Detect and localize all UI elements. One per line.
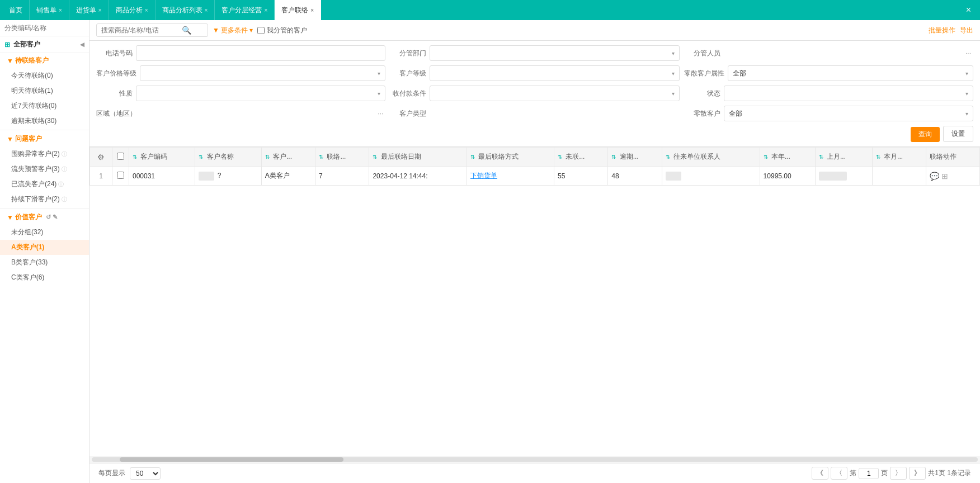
next-page-button[interactable]: 〉: [890, 467, 907, 480]
sidebar-item-churned[interactable]: 已流失客户(24) ⓘ: [0, 177, 89, 192]
scroll-track: [92, 457, 978, 462]
filter-more-button[interactable]: ▼ 更多条件 ▾: [213, 26, 253, 35]
total-info: 共1页 1条记录: [928, 468, 971, 478]
page-input[interactable]: [859, 468, 879, 479]
nav-home[interactable]: 首页: [4, 0, 30, 20]
sort-icon-unlink[interactable]: ⇅: [558, 154, 562, 160]
query-button[interactable]: 查询: [911, 127, 940, 142]
sidebar-search-input[interactable]: [4, 24, 88, 32]
customertype-select[interactable]: [430, 106, 679, 121]
row-checkbox[interactable]: [117, 172, 124, 179]
table-settings-icon[interactable]: ⚙: [97, 153, 105, 162]
scroll-thumb[interactable]: [120, 457, 343, 462]
sort-icon-year[interactable]: ⇅: [764, 154, 768, 160]
refresh-icon[interactable]: ↺: [46, 214, 51, 221]
manager-dots[interactable]: ···: [963, 49, 973, 57]
nav-sales-close[interactable]: ×: [59, 7, 62, 13]
all-customers-header[interactable]: ⊞ 全部客户 ◀: [0, 36, 89, 53]
manager-select[interactable]: [724, 45, 960, 61]
last-page-button[interactable]: 》: [909, 467, 926, 480]
sidebar-item-tomorrow-contact[interactable]: 明天待联络(1): [0, 83, 89, 98]
settings-button[interactable]: 设置: [943, 126, 973, 142]
retail-attr-select[interactable]: 全部 ▾: [728, 65, 973, 81]
sidebar-item-a-class[interactable]: A类客户(1): [0, 240, 89, 255]
customerlevel-select[interactable]: ▾: [430, 65, 679, 81]
dept-select[interactable]: ▾: [430, 45, 679, 61]
status-select[interactable]: ▾: [724, 86, 973, 101]
sort-icon-curmonth[interactable]: ⇅: [876, 154, 880, 160]
sort-icon-code[interactable]: ⇅: [133, 154, 137, 160]
select-all-checkbox[interactable]: [117, 153, 124, 160]
sidebar-item-7day-contact[interactable]: 近7天待联络(0): [0, 98, 89, 113]
sort-icon-lastmonth[interactable]: ⇅: [819, 154, 823, 160]
nav-customer-contact-close[interactable]: ×: [310, 7, 314, 13]
nav-product-analysis-close[interactable]: ×: [145, 7, 148, 13]
nav-customer-layer-close[interactable]: ×: [264, 7, 267, 13]
nav-sales[interactable]: 销售单 ×: [30, 0, 69, 20]
page-size-select[interactable]: 50 100 200: [130, 467, 161, 480]
filter-row-pricelevel: 客户价格等级 ▾: [96, 65, 385, 81]
contact-method-link[interactable]: 下销货单: [470, 172, 497, 179]
nature-chevron: ▾: [378, 91, 380, 97]
sidebar-collapse-icon[interactable]: ◀: [80, 41, 84, 48]
sort-icon-contact[interactable]: ⇅: [319, 154, 323, 160]
sidebar-item-b-class[interactable]: B类客户(33): [0, 255, 89, 270]
nav-product-list[interactable]: 商品分析列表 ×: [156, 0, 215, 20]
sort-icon-name[interactable]: ⇅: [199, 154, 203, 160]
sidebar-item-declining[interactable]: 持续下滑客户(2) ⓘ: [0, 192, 89, 207]
row-code: 000031: [129, 167, 195, 186]
my-customers-checkbox[interactable]: 我分管的客户: [257, 26, 307, 35]
status-chevron: ▾: [965, 91, 968, 97]
filter-search-icon[interactable]: 🔍: [182, 26, 191, 35]
group-value-customers[interactable]: ▼ 价值客户 ↺ ✎: [0, 210, 89, 225]
batch-operation-button[interactable]: 批量操作: [929, 26, 955, 35]
nav-product-analysis[interactable]: 商品分析 ×: [109, 0, 156, 20]
filter-search-input[interactable]: [101, 26, 180, 34]
sidebar-item-abnormal[interactable]: 囤购异常客户(2) ⓘ: [0, 146, 89, 162]
edit-icon[interactable]: ✎: [53, 214, 58, 221]
pricelevel-select[interactable]: ▾: [140, 65, 385, 81]
nav-product-list-close[interactable]: ×: [205, 7, 208, 13]
col-checkbox: [112, 148, 129, 167]
window-close-button[interactable]: ×: [962, 5, 976, 15]
sort-icon-person[interactable]: ⇅: [666, 154, 670, 160]
sort-icon-method[interactable]: ⇅: [470, 154, 475, 160]
sort-icon-level[interactable]: ⇅: [265, 154, 270, 160]
sidebar-item-overdue-contact[interactable]: 逾期未联络(30): [0, 113, 89, 129]
my-customers-check[interactable]: [257, 27, 265, 34]
sort-icon-overdue[interactable]: ⇅: [611, 154, 616, 160]
nav-purchase-close[interactable]: ×: [98, 7, 102, 13]
export-button[interactable]: 导出: [960, 26, 973, 35]
chat-icon[interactable]: 💬: [930, 172, 939, 181]
customertype-label: 客户类型: [390, 109, 426, 119]
row-checkbox-cell: [112, 167, 129, 186]
col-settings: ⚙: [90, 148, 112, 167]
retail-select[interactable]: 全部 ▾: [724, 106, 973, 121]
sidebar-item-ungroup[interactable]: 未分组(32): [0, 225, 89, 240]
nature-select[interactable]: ▾: [136, 86, 385, 101]
prev-page-button[interactable]: 〈: [831, 467, 847, 480]
horizontal-scrollbar[interactable]: [89, 456, 980, 463]
data-table: ⚙ ⇅ 客户编码 ⇅ 客户名称: [89, 147, 980, 186]
sidebar-item-today-contact[interactable]: 今天待联络(0): [0, 68, 89, 83]
nav-purchase[interactable]: 进货单 ×: [69, 0, 109, 20]
group-arrow: ▼: [7, 57, 13, 65]
col-action: 联络动作: [926, 148, 980, 167]
group-pending-contact[interactable]: ▼ 待联络客户: [0, 53, 89, 68]
payment-select[interactable]: ▾: [430, 86, 679, 101]
region-select[interactable]: [140, 106, 372, 121]
phone-input[interactable]: [136, 45, 385, 61]
region-dots[interactable]: ···: [375, 110, 385, 117]
dept-label: 分管部门: [390, 49, 426, 58]
sort-icon-date[interactable]: ⇅: [373, 154, 377, 160]
col-unlink: ⇅ 未联...: [554, 148, 607, 167]
nav-customer-layer[interactable]: 客户分层经营 ×: [215, 0, 275, 20]
qr-icon[interactable]: ⊞: [941, 172, 948, 181]
group-problem-customers[interactable]: ▼ 问题客户: [0, 131, 89, 146]
sidebar-item-c-class[interactable]: C类客户(6): [0, 270, 89, 285]
manager-label: 分管人员: [684, 49, 720, 58]
sidebar-item-churn-warning[interactable]: 流失预警客户(3) ⓘ: [0, 162, 89, 177]
nav-customer-contact[interactable]: 客户联络 ×: [275, 0, 321, 20]
col-cur-month: ⇅ 本月...: [872, 148, 926, 167]
first-page-button[interactable]: 《: [812, 467, 828, 480]
